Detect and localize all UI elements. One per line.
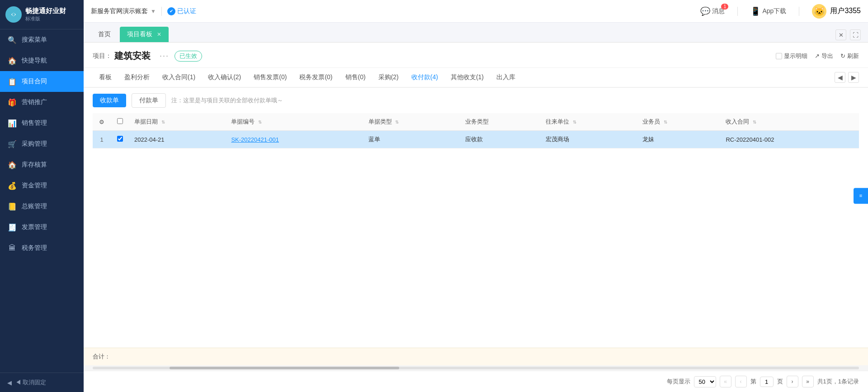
sub-tab-other-expense[interactable]: 其他收支(1) — [444, 68, 490, 88]
window-close-btn[interactable]: ✕ — [835, 29, 846, 40]
content-area: 项目： 建筑安装 ··· 已生效 显示明细 ↗ 导出 ↻ 刷新 — [84, 43, 868, 392]
page-last-btn[interactable]: » — [802, 376, 814, 387]
row-select-checkbox[interactable] — [117, 136, 123, 142]
topbar-certified: ✔ 已认证 — [167, 7, 196, 15]
messages-badge: 1 — [721, 4, 728, 10]
sub-tab-purchase[interactable]: 采购(2) — [372, 68, 405, 88]
topbar-user[interactable]: 🐱 用户3355 — [812, 4, 861, 19]
sidebar-item-contract[interactable]: 📋 项目合同 — [0, 71, 84, 92]
sub-tab-sales-invoice[interactable]: 销售发票(0) — [247, 68, 293, 88]
sub-tab-tax-invoice[interactable]: 税务发票(0) — [293, 68, 339, 88]
sidebar-pin-label: ◀ 取消固定 — [15, 378, 47, 387]
project-title: 建筑安装 — [114, 50, 151, 62]
th-checkbox[interactable] — [111, 113, 129, 131]
sub-tab-prev-btn[interactable]: ◀ — [835, 72, 845, 83]
topbar-right: 💬 消息 1 📱 App下载 🐱 用户3355 — [700, 4, 861, 19]
horizontal-scrollbar[interactable] — [84, 365, 868, 371]
sidebar-icon-inventory: 🏠 — [7, 160, 17, 170]
sub-tab-inout[interactable]: 出入库 — [490, 68, 522, 88]
page-total-info: 共1页，1条记录 — [817, 378, 859, 386]
sidebar-icon-sales: 📊 — [7, 118, 17, 128]
th-date: 单据日期 ⇅ — [129, 113, 226, 131]
sidebar-label-purchase: 采购管理 — [22, 140, 47, 148]
scrollbar-thumb[interactable] — [170, 367, 400, 369]
salesman-sort-icon[interactable]: ⇅ — [664, 120, 667, 124]
row-date: 2022-04-21 — [129, 131, 226, 148]
payment-btn[interactable]: 付款单 — [132, 93, 166, 108]
sidebar-item-sales[interactable]: 📊 销售管理 — [0, 113, 84, 134]
sidebar-item-inventory[interactable]: 🏠 库存核算 — [0, 154, 84, 175]
certified-label: 已认证 — [177, 7, 196, 15]
show-detail-checkbox[interactable] — [776, 53, 782, 59]
page-first-btn[interactable]: « — [720, 376, 731, 387]
sidebar-label-contract: 项目合同 — [22, 77, 47, 86]
page-number-input[interactable] — [760, 377, 774, 387]
topbar-app-download[interactable]: 📱 App下载 — [750, 6, 786, 16]
sidebar-item-invoice[interactable]: 🧾 发票管理 — [0, 217, 84, 238]
sub-tab-receipts[interactable]: 收付款(4) — [405, 68, 444, 88]
row-checkbox[interactable] — [111, 131, 129, 148]
type-sort-icon[interactable]: ⇅ — [395, 120, 399, 124]
sub-tab-income-contract[interactable]: 收入合同(1) — [156, 68, 202, 88]
page-suffix: 页 — [777, 378, 783, 386]
topbar-divider-1 — [161, 7, 162, 16]
sidebar-item-tax[interactable]: 🏛 税务管理 — [0, 238, 84, 258]
tab-home[interactable]: 首页 — [91, 27, 118, 42]
project-status-badge: 已生效 — [175, 51, 202, 62]
sidebar-item-marketing[interactable]: 🎁 营销推广 — [0, 92, 84, 113]
sidebar-pin-toggle[interactable]: ◀ ◀ 取消固定 — [0, 373, 84, 392]
th-type: 单据类型 ⇅ — [363, 113, 460, 131]
sub-tab-kanban[interactable]: 看板 — [93, 68, 118, 88]
select-all-checkbox[interactable] — [117, 118, 123, 124]
tabbar: 首页 项目看板 ✕ ✕ ⛶ — [84, 23, 868, 43]
number-sort-icon[interactable]: ⇅ — [258, 120, 262, 124]
sub-tab-next-btn[interactable]: ▶ — [848, 72, 859, 83]
row-number-link[interactable]: SK-20220421-001 — [231, 136, 279, 143]
sidebar-icon-ledger: 📒 — [7, 201, 17, 211]
th-biz-type: 业务类型 — [460, 113, 540, 131]
income-contract-sort-icon[interactable]: ⇅ — [753, 120, 756, 124]
receipts-table: ⚙ 单据日期 ⇅ 单据编号 ⇅ — [93, 113, 859, 148]
fab-right-btn[interactable]: ≡ — [854, 188, 868, 204]
sidebar-item-search[interactable]: 🔍 搜索菜单 — [0, 29, 84, 50]
page-next-btn[interactable]: › — [787, 376, 798, 387]
sidebar-pin-icon: ◀ — [7, 379, 12, 386]
refresh-btn[interactable]: ↻ 刷新 — [840, 52, 859, 60]
sub-tab-sales[interactable]: 销售(0) — [339, 68, 372, 88]
table-row[interactable]: 1 2022-04-21 SK-20220421-001 蓝单 应收款 宏茂商场… — [93, 131, 859, 148]
sidebar-item-finance[interactable]: 💰 资金管理 — [0, 175, 84, 196]
th-partner: 往来单位 ⇅ — [540, 113, 637, 131]
project-label: 项目： — [93, 52, 112, 60]
phone-icon: 📱 — [750, 6, 760, 16]
row-number[interactable]: SK-20220421-001 — [226, 131, 363, 148]
tab-project-board[interactable]: 项目看板 ✕ — [120, 27, 169, 42]
th-salesman: 业务员 ⇅ — [637, 113, 720, 131]
topbar-account[interactable]: 新服务官网演示账套 ▼ — [91, 7, 156, 15]
page-prev-btn[interactable]: ‹ — [735, 376, 747, 387]
partner-sort-icon[interactable]: ⇅ — [573, 120, 576, 124]
sidebar-item-ledger[interactable]: 📒 总账管理 — [0, 196, 84, 217]
window-maximize-btn[interactable]: ⛶ — [850, 29, 861, 40]
tab-close-icon[interactable]: ✕ — [157, 31, 161, 38]
sidebar-icon-contract: 📋 — [7, 76, 17, 86]
tab-home-label: 首页 — [98, 30, 111, 38]
export-btn[interactable]: ↗ 导出 — [815, 52, 833, 60]
row-type: 蓝单 — [363, 131, 460, 148]
project-more-btn[interactable]: ··· — [160, 51, 169, 61]
receipt-btn[interactable]: 收款单 — [93, 94, 126, 107]
sub-tab-profit[interactable]: 盈利分析 — [118, 68, 156, 88]
table-header: ⚙ 单据日期 ⇅ 单据编号 ⇅ — [93, 113, 859, 131]
sub-tab-income-confirm[interactable]: 收入确认(2) — [202, 68, 247, 88]
sidebar-label-finance: 资金管理 — [22, 182, 47, 190]
sidebar-item-quicknav[interactable]: 🏠 快捷导航 — [0, 50, 84, 71]
tab-project-board-label: 项目看板 — [127, 30, 152, 38]
show-detail-toggle[interactable]: 显示明细 — [776, 52, 807, 60]
refresh-icon: ↻ — [840, 53, 845, 59]
th-gear[interactable]: ⚙ — [93, 113, 111, 131]
date-sort-icon[interactable]: ⇅ — [161, 120, 165, 124]
sidebar-item-purchase[interactable]: 🛒 采购管理 — [0, 134, 84, 154]
per-page-select[interactable]: 50 — [694, 376, 716, 387]
total-label: 合计： — [93, 353, 110, 360]
sidebar-logo-text: 畅捷通好业财 标准版 — [25, 7, 66, 22]
topbar-messages[interactable]: 💬 消息 1 — [700, 6, 725, 16]
